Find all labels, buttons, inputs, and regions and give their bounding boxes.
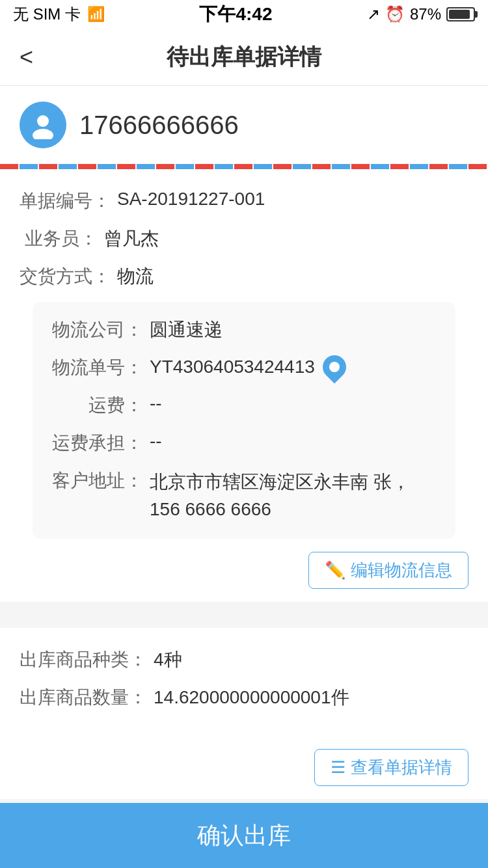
view-details-button[interactable]: ☰ 查看单据详情 (314, 749, 468, 786)
tracking-location-icon[interactable] (318, 351, 351, 384)
salesman-label: 业务员： (20, 226, 104, 251)
section-divider (0, 615, 488, 628)
logistics-tracking-value: YT43064053424413 (150, 355, 436, 379)
content: 17666666666 单据编号： SA-20191227-001 业务员： 曾… (0, 86, 488, 868)
dashed-divider (0, 164, 488, 169)
order-no-value: SA-20191227-001 (117, 189, 468, 210)
logistics-tracking-label: 物流单号： (52, 355, 150, 380)
logistics-address-value: 北京市市辖区海淀区永丰南 张，156 6666 6666 (150, 468, 436, 523)
page-title: 待出库单据详情 (167, 42, 321, 72)
logistics-company-value: 圆通速递 (150, 318, 436, 342)
logistics-freight-bear-label: 运费承担： (52, 431, 150, 455)
delivery-row: 交货方式： 物流 (20, 264, 468, 289)
alarm-icon: ⏰ (385, 5, 405, 23)
confirm-btn-label: 确认出库 (197, 820, 291, 852)
battery-icon (446, 7, 475, 21)
edit-btn-label: 编辑物流信息 (351, 559, 452, 582)
logistics-company-row: 物流公司： 圆通速递 (52, 318, 436, 342)
salesman-row: 业务员： 曾凡杰 (20, 226, 468, 251)
user-header: 17666666666 (0, 86, 488, 164)
goods-types-label: 出库商品种类： (20, 647, 154, 672)
logistics-freight-bear-row: 运费承担： -- (52, 431, 436, 455)
edit-icon: ✏️ (325, 560, 346, 580)
logistics-freight-value: -- (150, 393, 436, 414)
logistics-tracking-row: 物流单号： YT43064053424413 (52, 355, 436, 380)
order-info-section: 单据编号： SA-20191227-001 业务员： 曾凡杰 交货方式： 物流 … (0, 169, 488, 602)
logistics-freight-row: 运费： -- (52, 393, 436, 418)
svg-point-0 (37, 115, 49, 127)
svg-point-1 (33, 129, 53, 139)
logistics-card: 物流公司： 圆通速递 物流单号： YT43064053424413 运费： --… (33, 302, 455, 539)
edit-btn-row: ✏️ 编辑物流信息 (20, 552, 468, 595)
status-left: 无 SIM 卡 📶 (13, 4, 105, 25)
goods-section: 出库商品种类： 4种 出库商品数量： 14.620000000000001件 (0, 628, 488, 742)
back-button[interactable]: < (20, 44, 33, 71)
logistics-freight-bear-value: -- (150, 431, 436, 452)
order-no-row: 单据编号： SA-20191227-001 (20, 189, 468, 213)
sim-status: 无 SIM 卡 (13, 4, 81, 25)
view-btn-row: ☰ 查看单据详情 (0, 742, 488, 799)
location-status-icon: ↗ (367, 5, 380, 23)
wifi-icon: 📶 (87, 6, 105, 23)
salesman-value: 曾凡杰 (104, 226, 468, 251)
logistics-company-label: 物流公司： (52, 318, 150, 342)
logistics-address-row: 客户地址： 北京市市辖区海淀区永丰南 张，156 6666 6666 (52, 468, 436, 523)
logistics-freight-label: 运费： (52, 393, 150, 418)
nav-bar: < 待出库单据详情 (0, 29, 488, 86)
order-no-label: 单据编号： (20, 189, 117, 213)
status-time: 下午4:42 (199, 2, 272, 27)
goods-types-row: 出库商品种类： 4种 (20, 647, 468, 672)
avatar (20, 102, 66, 148)
delivery-value: 物流 (117, 264, 468, 289)
goods-quantity-label: 出库商品数量： (20, 685, 154, 710)
goods-quantity-row: 出库商品数量： 14.620000000000001件 (20, 685, 468, 710)
logistics-address-label: 客户地址： (52, 468, 150, 493)
user-phone: 17666666666 (79, 111, 239, 140)
view-btn-label: 查看单据详情 (351, 756, 452, 779)
goods-types-value: 4种 (154, 647, 182, 672)
goods-quantity-value: 14.620000000000001件 (154, 685, 349, 710)
status-bar: 无 SIM 卡 📶 下午4:42 ↗ ⏰ 87% (0, 0, 488, 29)
edit-logistics-button[interactable]: ✏️ 编辑物流信息 (308, 552, 468, 589)
delivery-label: 交货方式： (20, 264, 117, 289)
battery-percent: 87% (410, 5, 441, 23)
status-right: ↗ ⏰ 87% (367, 5, 475, 23)
confirm-button[interactable]: 确认出库 (0, 803, 488, 868)
view-icon: ☰ (331, 757, 346, 778)
